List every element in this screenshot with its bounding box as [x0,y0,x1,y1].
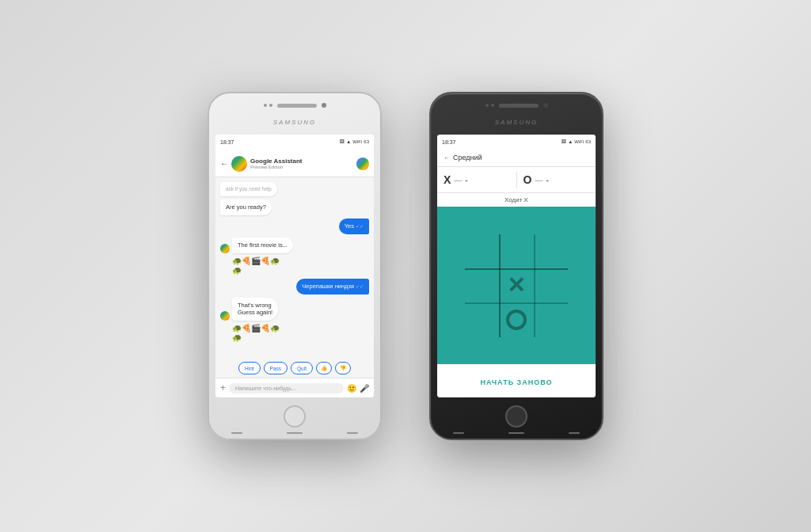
status-wifi: WiFi [352,139,362,144]
phone-camera-1 [322,103,326,108]
o-score-value: - [546,176,548,184]
nav-recent-icon-2 [569,432,580,434]
emoji-content-4: 🐢 [232,333,242,342]
ttt-cell-1-1[interactable]: ✕ [499,268,533,302]
o-mark [506,310,527,330]
message-row: That's wrongGuess again! [220,298,369,321]
assistant-subtitle: Preview Edition [250,165,353,169]
plus-icon[interactable]: + [220,382,226,393]
assistant-avatar [231,156,247,172]
emoji-content-2: 🐢 [232,266,242,275]
message-bubble: ask if you need help [220,182,277,196]
restart-button[interactable]: НАЧАТЬ ЗАНОВО [480,378,552,386]
phone-screen-1: 18:37 🖼 ▲ WiFi 63 ← Google Assistant Pre… [215,135,374,397]
x-symbol: X [444,173,451,186]
nav-home-icon-2 [508,432,524,434]
status-icons-2: 🖼 ▲ WiFi 63 [562,139,591,144]
chat-input-bar: + Напишите что-нибудь... 🙂 🎤 [215,378,374,397]
status-signal: ▲ [346,139,351,144]
phone-top-2 [431,103,602,108]
ttt-cell-1-0[interactable] [465,268,499,302]
nav-recent-icon [347,432,358,434]
phone-dots-1 [264,104,272,107]
back-button-2[interactable]: ← [444,154,450,162]
message-row: Are you ready? [220,200,369,215]
ttt-cell-0-1[interactable] [499,234,533,268]
message-row-out: Черепашки ниндзя✓✓ [220,279,369,294]
status-wifi-2: WiFi [574,139,584,144]
message-row: ask if you need help [220,182,369,196]
status-battery-1: 63 [364,139,369,144]
ttt-screen: 18:37 🖼 ▲ WiFi 63 ← Средний X — - [437,135,596,397]
ttt-cell-1-2[interactable] [534,268,568,302]
message-bubble-out: Черепашки ниндзя✓✓ [296,279,369,294]
phone-camera-2 [543,103,548,108]
ttt-board[interactable]: ✕ [465,234,568,337]
turn-indicator: Ходит X [437,193,596,207]
quit-button[interactable]: Quit [291,362,313,374]
status-time-1: 18:37 [220,139,234,145]
assistant-icon[interactable] [356,158,369,170]
phone-1: SAMSUNG 18:37 🖼 ▲ WiFi 63 ← Google Assis… [208,92,382,440]
phone-dot [269,104,272,107]
x-score-dash: — [454,176,462,184]
ttt-cell-2-0[interactable] [465,302,499,336]
bottom-bar-1 [209,432,380,434]
chat-header: ← Google Assistant Preview Edition [215,149,374,177]
chat-messages: ask if you need help Are you ready? Yes✓… [215,177,374,359]
status-signal-2: ▲ [568,139,573,144]
status-time-2: 18:37 [442,139,456,145]
phone-speaker-1 [277,104,317,108]
phone-2: SAMSUNG 18:37 🖼 ▲ WiFi 63 ← Средний [429,92,603,440]
x-mark: ✕ [507,272,525,298]
score-o-block: O — - [524,173,590,186]
emoji-row: 🐢🍕🎬🍕🐢 🐢 [220,256,369,276]
phone-dot [264,104,267,107]
hline-1 [465,268,568,270]
brand-label-1: SAMSUNG [209,119,380,126]
nav-back-icon [231,432,242,434]
emoji-row-2: 🐢🍕🎬🍕🐢 🐢 [220,324,369,343]
phone-top-1 [209,103,380,108]
o-symbol: O [524,173,532,186]
brand-label-2: SAMSUNG [431,119,602,126]
thumbsup-button[interactable]: 👍 [316,362,332,374]
phone-dot [485,104,489,107]
hint-button[interactable]: Hint [238,362,261,374]
status-icons-1: 🖼 ▲ WiFi 63 [340,139,369,144]
message-bubble: Are you ready? [220,200,272,215]
message-bubble: The first movie is... [232,238,293,253]
ttt-board-container: ✕ [437,207,596,364]
ttt-title: Средний [453,154,482,162]
message-row: The first movie is... [220,238,369,253]
mic-icon[interactable]: 🎤 [360,384,369,393]
home-button-1[interactable] [284,405,306,428]
nav-home-icon [287,432,303,434]
phone-dots-2 [485,104,494,107]
emoji-icon[interactable]: 🙂 [347,384,356,393]
message-input[interactable]: Напишите что-нибудь... [229,383,344,393]
assistant-name: Google Assistant [250,158,353,165]
ttt-cell-2-1[interactable] [499,302,533,336]
read-checkmark-2: ✓✓ [356,284,364,289]
x-score-value: - [465,176,467,184]
thumbsdown-button[interactable]: 👎 [335,362,351,374]
score-x-block: X — - [444,173,510,186]
ttt-cell-0-2[interactable] [534,234,568,268]
phone-speaker-2 [499,104,539,108]
ttt-header: ← Средний [437,149,596,167]
status-battery-2: 63 [585,139,591,144]
ttt-cell-0-0[interactable] [465,234,499,268]
phone-screen-2: 18:37 🖼 ▲ WiFi 63 ← Средний X — - [437,135,596,397]
mini-avatar-2 [220,311,230,321]
ttt-cell-2-2[interactable] [534,302,568,336]
phone-dot [491,104,494,107]
chat-actions: Hint Pass Quit 👍 👎 [215,359,374,378]
emoji-message: 🐢🍕🎬🍕🐢 🐢 [232,256,280,276]
pass-button[interactable]: Pass [264,362,287,374]
back-button-1[interactable]: ← [220,159,228,168]
ttt-restart-area: НАЧАТЬ ЗАНОВО [437,364,596,397]
bottom-bar-2 [431,432,602,434]
status-bar-2: 18:37 🖼 ▲ WiFi 63 [437,135,596,149]
home-button-2[interactable] [505,405,527,428]
